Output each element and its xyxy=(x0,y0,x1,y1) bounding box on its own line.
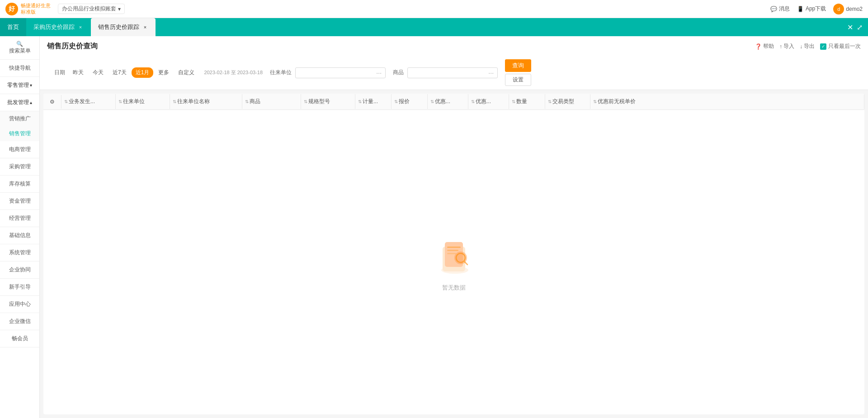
import-icon: ↑ xyxy=(779,43,782,50)
date-btn-today[interactable]: 今天 xyxy=(89,67,108,78)
tab-sales[interactable]: 销售历史价跟踪 × xyxy=(91,18,156,36)
sidebar-item-basic-info[interactable]: 基础信息 xyxy=(0,227,39,244)
content: 销售历史价查询 ❓ 帮助 ↑ 导入 ↓ 导出 ✓ xyxy=(40,36,868,418)
help-icon: ❓ xyxy=(755,43,762,50)
quick-nav-label: 快捷导航 xyxy=(2,64,38,72)
chevron-down-icon: ▾ xyxy=(118,6,121,12)
sales-mgmt-label: 销售管理 xyxy=(2,130,38,138)
col-pretax-price: ⇅ 优惠前无税单价 xyxy=(590,94,864,109)
query-button[interactable]: 查询 xyxy=(505,59,531,72)
app-download-button[interactable]: 📱 App下载 xyxy=(797,5,826,13)
col-qty: ⇅ 数量 xyxy=(509,94,545,109)
filter-row: 日期 昨天 今天 近7天 近1月 更多 自定义 2023-02-18 至 202… xyxy=(47,56,861,90)
workspace-label: 办公用品行业模拟账套 xyxy=(62,5,116,13)
tab-purchase-close[interactable]: × xyxy=(77,24,84,30)
tab-sales-close[interactable]: × xyxy=(142,24,148,30)
sidebar-item-newbie[interactable]: 新手引导 xyxy=(0,279,39,296)
finance-label: 资金管理 xyxy=(2,197,38,205)
empty-area: 暂无数据 xyxy=(43,110,864,414)
sort-icon: ⇅ xyxy=(471,99,475,104)
svg-rect-5 xyxy=(447,253,456,254)
col-unit: ⇅ 计量... xyxy=(355,94,392,109)
sidebar-item-finance[interactable]: 资金管理 xyxy=(0,193,39,210)
product-input[interactable]: ··· xyxy=(407,67,498,78)
sidebar-item-sales-mgmt[interactable]: 销售管理 xyxy=(0,126,39,141)
sort-icon: ⇅ xyxy=(512,99,515,104)
empty-illustration xyxy=(431,233,476,278)
sort-icon: ⇅ xyxy=(593,99,597,104)
tabbar: 首页 采购历史价跟踪 × 销售历史价跟踪 × ✕ ⤢ xyxy=(0,18,868,36)
workspace-selector[interactable]: 办公用品行业模拟账套 ▾ xyxy=(58,4,125,14)
close-window-icon[interactable]: ✕ xyxy=(847,23,853,32)
sidebar-search-label: 搜索菜单 xyxy=(2,47,38,55)
sidebar-item-enterprise[interactable]: 企业协同 xyxy=(0,261,39,279)
sidebar-item-search[interactable]: 🔍 搜索菜单 xyxy=(0,36,39,60)
purchase-label: 采购管理 xyxy=(2,163,38,171)
tab-purchase-label: 采购历史价跟踪 xyxy=(33,23,75,31)
chevron-up-icon: ▴ xyxy=(30,100,32,105)
sidebar-item-marketing[interactable]: 营销推广 xyxy=(0,111,39,126)
col-spec: ⇅ 规格型号 xyxy=(301,94,355,109)
message-button[interactable]: 💬 消息 xyxy=(770,5,790,13)
wholesale-label: 批发管理 xyxy=(7,99,29,106)
col-product: ⇅ 商品 xyxy=(242,94,301,109)
download-icon: 📱 xyxy=(797,6,804,12)
tab-home[interactable]: 首页 xyxy=(0,18,26,36)
settings-button[interactable]: 设置 xyxy=(505,74,531,86)
date-btn-yesterday[interactable]: 昨天 xyxy=(69,67,88,78)
sidebar-item-purchase[interactable]: 采购管理 xyxy=(0,158,39,176)
tab-home-label: 首页 xyxy=(7,23,19,31)
date-label: 日期 xyxy=(54,69,65,76)
logo-icon: 好 xyxy=(5,3,18,15)
sort-icon: ⇅ xyxy=(430,99,434,104)
export-label: 导出 xyxy=(804,43,815,50)
maximize-icon[interactable]: ⤢ xyxy=(857,23,863,32)
product-input-dots: ··· xyxy=(488,69,494,76)
col-partner: ⇅ 往来单位 xyxy=(116,94,170,109)
import-button[interactable]: ↑ 导入 xyxy=(779,43,794,50)
sidebar-item-vip[interactable]: 畅会员 xyxy=(0,330,39,347)
export-button[interactable]: ↓ 导出 xyxy=(800,43,815,50)
col-biz-date: ⇅ 业务发生... xyxy=(61,94,116,109)
sort-icon: ⇅ xyxy=(64,99,68,104)
main-layout: 🔍 搜索菜单 快捷导航 零售管理 ▾ 批发管理 ▴ 营销推广 销售管理 电商管理… xyxy=(0,36,868,418)
marketing-label: 营销推广 xyxy=(2,115,38,123)
sort-icon: ⇅ xyxy=(245,99,249,104)
col-settings[interactable]: ⚙ xyxy=(43,95,61,109)
wechat-label: 企业微信 xyxy=(2,318,38,325)
sidebar-item-wholesale[interactable]: 批发管理 ▴ xyxy=(0,94,39,111)
sidebar-item-operations[interactable]: 经营管理 xyxy=(0,210,39,227)
user-menu[interactable]: d demo2 xyxy=(833,4,863,14)
date-btn-more[interactable]: 更多 xyxy=(154,67,173,78)
tab-purchase[interactable]: 采购历史价跟踪 × xyxy=(26,18,91,36)
filter-actions: 查询 设置 xyxy=(505,59,531,86)
export-icon: ↓ xyxy=(800,43,802,50)
partner-input-dots: ··· xyxy=(376,69,382,76)
sort-icon: ⇅ xyxy=(394,99,398,104)
col-trade-type: ⇅ 交易类型 xyxy=(545,94,590,109)
page-title: 销售历史价查询 xyxy=(47,42,98,51)
date-btn-1month[interactable]: 近1月 xyxy=(132,67,154,78)
only-last-checkbox[interactable]: ✓ 只看最后一次 xyxy=(820,43,861,50)
avatar: d xyxy=(833,4,844,14)
sidebar-item-ecommerce[interactable]: 电商管理 xyxy=(0,141,39,158)
date-btn-custom[interactable]: 自定义 xyxy=(174,67,198,78)
sidebar-item-wechat[interactable]: 企业微信 xyxy=(0,313,39,330)
date-btn-7days[interactable]: 近7天 xyxy=(108,67,131,78)
table-area: ⚙ ⇅ 业务发生... ⇅ 往来单位 ⇅ 往来单位名称 ⇅ 商品 xyxy=(43,94,864,414)
sidebar-item-quick-nav[interactable]: 快捷导航 xyxy=(0,60,39,77)
partner-input[interactable]: ··· xyxy=(295,67,386,78)
topbar: 好 畅捷通好生意 标准版 办公用品行业模拟账套 ▾ 💬 消息 📱 App下载 d… xyxy=(0,0,868,18)
import-label: 导入 xyxy=(783,43,794,50)
app-center-label: 应用中心 xyxy=(2,300,38,308)
col-partner-name: ⇅ 往来单位名称 xyxy=(170,94,242,109)
page-title-row: 销售历史价查询 ❓ 帮助 ↑ 导入 ↓ 导出 ✓ xyxy=(47,42,861,51)
sidebar-item-app-center[interactable]: 应用中心 xyxy=(0,296,39,313)
sidebar-item-retail[interactable]: 零售管理 ▾ xyxy=(0,77,39,94)
help-button[interactable]: ❓ 帮助 xyxy=(755,43,774,50)
help-label: 帮助 xyxy=(763,43,774,50)
sidebar-item-inventory[interactable]: 库存核算 xyxy=(0,176,39,193)
product-filter-group: 商品 ··· xyxy=(393,67,498,78)
sort-icon: ⇅ xyxy=(358,99,362,104)
sidebar-item-system[interactable]: 系统管理 xyxy=(0,244,39,261)
